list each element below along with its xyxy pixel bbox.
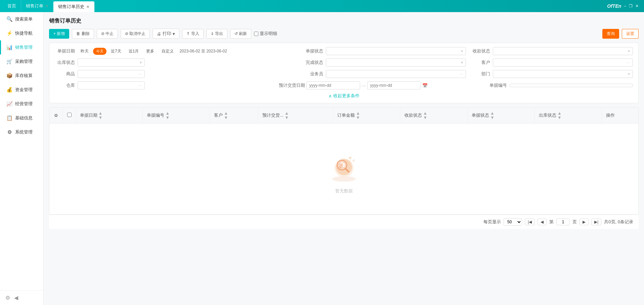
sidebar-item-sales[interactable]: 📊 销售管理	[0, 40, 43, 54]
col-checkbox[interactable]	[63, 108, 76, 123]
collapse-row[interactable]: ∧ 收起更多条件	[55, 93, 633, 99]
filter-section-date: 单据日期 昨天 今天 近7天 近1月 更多 自定义 2023-06-02 至 2…	[55, 47, 299, 55]
next-page-btn[interactable]: ▶	[579, 219, 589, 225]
payment-status-select[interactable]: ▾	[493, 47, 633, 55]
delete-button[interactable]: 🗑 删除	[72, 29, 94, 39]
page-size-select[interactable]: 10 20 50 100	[504, 218, 522, 226]
sort-arrows: ▲▼	[490, 111, 495, 120]
date-btn-custom[interactable]: 自定义	[159, 47, 177, 55]
sidebar-item-purchase[interactable]: 🛒 采购管理	[0, 54, 43, 69]
last-page-btn[interactable]: ▶|	[591, 219, 601, 225]
sidebar-item-inventory[interactable]: 📦 库存核算	[0, 69, 43, 83]
col-operations: 操作	[602, 108, 638, 123]
expected-delivery-end[interactable]	[367, 81, 421, 89]
completion-status-select[interactable]: ▾	[326, 59, 466, 67]
calendar-icon[interactable]: 📅	[422, 83, 428, 88]
total-text: 共0页, 0条记录	[604, 219, 633, 225]
customer-select[interactable]: ···	[493, 59, 633, 67]
date-btn-more[interactable]: 更多	[143, 47, 157, 55]
order-status-select[interactable]: ▾	[326, 47, 466, 55]
collapse-sidebar-icon[interactable]: ◀	[14, 295, 18, 301]
order-number-select[interactable]	[510, 84, 633, 87]
export-button[interactable]: ⇓ 导出	[206, 29, 227, 39]
sort-arrows: ▲▼	[165, 111, 170, 120]
expected-delivery-start[interactable]	[306, 81, 360, 89]
display-detail-checkbox[interactable]: 显示明细	[254, 31, 277, 37]
refresh-button[interactable]: ↺ 刷新	[230, 29, 251, 39]
filter-section-customer: 客户 ···	[470, 59, 633, 67]
sidebar-item-operations[interactable]: 📈 经营管理	[0, 97, 43, 111]
tab-home[interactable]: 首页	[3, 0, 21, 12]
sort-delivery-status[interactable]: 出库状态 ▲▼	[539, 111, 598, 120]
sidebar-item-base-info[interactable]: 📋 基础信息	[0, 111, 43, 125]
dots-icon: ···	[138, 83, 142, 88]
brand-label: OfTEn	[607, 3, 621, 9]
table-area: ⚙ 单据日期 ▲▼ 单据编号	[49, 107, 639, 215]
sort-arrows: ▲▼	[224, 111, 228, 120]
settings-bottom-icon[interactable]: ⚙	[5, 295, 10, 301]
page-number-input[interactable]	[556, 219, 570, 225]
order-status-label: 单据状态	[303, 48, 323, 54]
date-range-separator: —	[361, 83, 366, 88]
sidebar-item-system[interactable]: ⚙ 系统管理	[0, 125, 43, 139]
sort-expected-delivery[interactable]: 预计交货... ▲▼	[262, 111, 329, 120]
main-layout: 🔍 搜索菜单 ⚡ 快捷导航 📊 销售管理 🛒 采购管理 📦 库存核算 💰 资金管…	[0, 12, 644, 305]
delivery-status-label: 出库状态	[55, 60, 75, 66]
salesperson-select[interactable]: ···	[326, 70, 466, 78]
close-icon[interactable]: ✕	[45, 4, 48, 8]
restore-btn[interactable]: ❐	[629, 4, 633, 8]
dots-icon: ···	[460, 72, 463, 76]
select-all-checkbox[interactable]	[67, 113, 72, 117]
date-btn-yesterday[interactable]: 昨天	[78, 47, 92, 55]
sidebar-item-quick-nav[interactable]: ⚡ 快捷导航	[0, 26, 43, 40]
date-btn-today[interactable]: 今天	[93, 48, 106, 55]
cancel-stop-button[interactable]: ⊘ 取消中止	[121, 29, 150, 39]
settings-icon[interactable]: ⚙	[54, 113, 58, 118]
tab-sales-order-history[interactable]: 销售订单历史 ✕	[53, 1, 94, 12]
empty-text: 暂无数据	[335, 188, 353, 194]
filter-section-completion-status: 完成状态 ▾	[303, 59, 466, 67]
delivery-status-select[interactable]: ▾	[78, 59, 145, 67]
collapse-label: 收起更多条件	[333, 93, 359, 99]
sort-arrows: ▲▼	[98, 111, 103, 120]
sort-date[interactable]: 单据日期 ▲▼	[80, 111, 139, 120]
filter-section-delivery-status: 出库状态 ▾	[55, 59, 299, 67]
import-button[interactable]: ⇑ 导入	[182, 29, 203, 39]
warehouse-select[interactable]: ···	[78, 81, 145, 89]
table-header-row: ⚙ 单据日期 ▲▼ 单据编号	[49, 108, 638, 123]
prev-page-btn[interactable]: ◀	[538, 219, 547, 225]
empty-illustration	[327, 150, 361, 184]
sidebar-item-finance[interactable]: 💰 资金管理	[0, 83, 43, 97]
department-select[interactable]: ▾	[493, 70, 633, 78]
product-select[interactable]: ···	[78, 70, 145, 78]
date-btn-1month[interactable]: 近1月	[126, 47, 142, 55]
print-button[interactable]: 🖨 🖨 打印 打印 ▾	[153, 29, 179, 39]
settings-button[interactable]: 设置	[622, 29, 639, 39]
close-icon[interactable]: ✕	[86, 5, 89, 9]
query-button[interactable]: 查询	[602, 29, 619, 39]
sort-payment-status[interactable]: 收款状态 ▲▼	[404, 111, 463, 120]
sort-order-status[interactable]: 单据状态 ▲▼	[472, 111, 530, 120]
payment-status-label: 收款状态	[470, 48, 490, 54]
close-btn[interactable]: ✕	[635, 4, 639, 8]
display-detail-input[interactable]	[254, 32, 258, 36]
col-payment-status: 收款状态 ▲▼	[400, 108, 468, 123]
pagination: 每页显示 10 20 50 100 |◀ ◀ 第 页 ▶ ▶| 共0页, 0条记…	[49, 215, 639, 229]
date-range-text: 2023-06-02 至 2023-06-02	[179, 48, 227, 54]
minimize-btn[interactable]: –	[624, 4, 626, 8]
tab-sales-order[interactable]: 销售订单 ✕	[21, 0, 53, 12]
department-label: 部门	[470, 71, 490, 77]
empty-state-row: 暂无数据	[49, 123, 638, 215]
chart-icon: 📊	[6, 44, 12, 50]
first-page-btn[interactable]: |◀	[525, 219, 535, 225]
sort-amount[interactable]: 订单金额 ▲▼	[337, 111, 396, 120]
col-settings[interactable]: ⚙	[49, 108, 63, 123]
new-button[interactable]: + 新增	[49, 29, 69, 39]
sort-customer[interactable]: 客户 ▲▼	[214, 111, 254, 120]
date-btn-7days[interactable]: 近7天	[108, 47, 124, 55]
stop-button[interactable]: ⊘ 中止	[97, 29, 118, 39]
window-controls: OfTEn – ❐ ✕	[607, 3, 641, 9]
salesperson-label: 业务员	[303, 71, 323, 77]
sort-number[interactable]: 单据编号 ▲▼	[147, 111, 206, 120]
sidebar-item-search[interactable]: 🔍 搜索菜单	[0, 12, 43, 26]
